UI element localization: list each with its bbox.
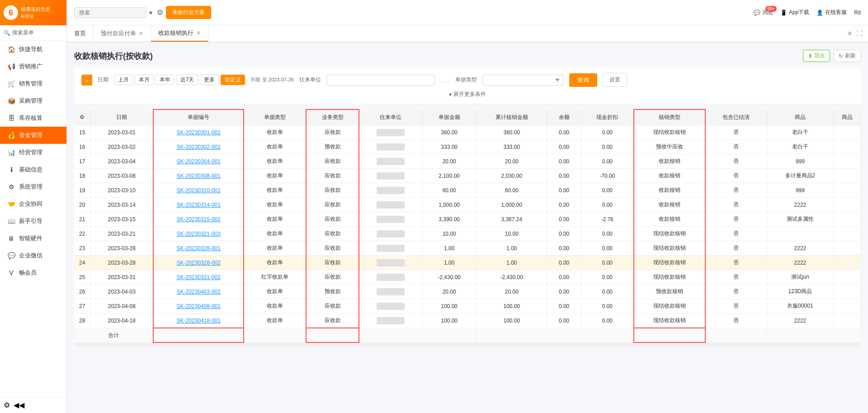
filter-this-month-btn[interactable]: 本月 xyxy=(135,75,154,85)
table-row[interactable]: 15 2023-03-01 SK-20230301-002 收款单 应收款 36… xyxy=(74,125,861,140)
sidebar-search[interactable]: 🔍 搜索菜单 xyxy=(0,25,66,41)
doc-no-link[interactable]: SK-20230321-003 xyxy=(177,231,221,237)
topbar-search-input[interactable] xyxy=(74,7,146,18)
doc-no-link[interactable]: SK-20230403-002 xyxy=(177,289,221,295)
doc-no-link[interactable]: SK-20230408-001 xyxy=(177,303,221,309)
table-row[interactable]: 19 2023-03-10 SK-20230310-001 收款单 应收款 60… xyxy=(74,183,861,198)
doc-no-link[interactable]: SK-20230302-002 xyxy=(177,144,221,150)
th-product[interactable]: 商品 xyxy=(767,109,833,125)
table-row[interactable]: 27 2023-04-08 SK-20230408-001 收款单 应收款 10… xyxy=(74,299,861,313)
filter-7days-btn[interactable]: 近7天 xyxy=(176,75,198,85)
sidebar-item-quick-nav[interactable]: 🏠 快捷导航 xyxy=(0,41,66,58)
tab-receipt-close-icon[interactable]: ✕ xyxy=(196,30,201,36)
filter-this-year-btn[interactable]: 本年 xyxy=(156,75,175,85)
td-doc-no[interactable]: SK-20230314-001 xyxy=(153,198,244,212)
sidebar-item-member[interactable]: V 畅会员 xyxy=(0,264,66,281)
td-doc-no[interactable]: SK-20230408-001 xyxy=(153,299,244,313)
sidebar-item-hardware[interactable]: 🖥 智能硬件 xyxy=(0,230,66,247)
query-button[interactable]: 查询 xyxy=(569,73,597,87)
td-doc-no[interactable]: SK-20230310-001 xyxy=(153,183,244,198)
tab-prepay-close-icon[interactable]: ✕ xyxy=(139,30,143,37)
sidebar-item-company[interactable]: 🤝 企业协同 xyxy=(0,195,66,213)
th-biz-type[interactable]: 业务类型 xyxy=(306,109,359,125)
sidebar-item-operations[interactable]: 📊 经营管理 xyxy=(0,144,66,161)
table-row[interactable]: 26 2023-04-03 SK-20230403-002 收款单 预收款 20… xyxy=(74,285,861,299)
td-doc-no[interactable]: SK-20230418-001 xyxy=(153,313,244,328)
tab-prepay-orders[interactable]: 预付款应付单 ✕ xyxy=(94,25,151,42)
tab-close-all-icon[interactable]: ✕ xyxy=(847,30,853,37)
td-doc-no[interactable]: SK-20230403-002 xyxy=(153,285,244,299)
th-doc-type[interactable]: 单据类型 xyxy=(244,109,306,125)
th-cancel-type[interactable]: 核销类型 xyxy=(634,109,705,125)
td-doc-no[interactable]: SK-20230304-001 xyxy=(153,154,244,169)
doc-no-link[interactable]: SK-20230331-002 xyxy=(177,274,221,280)
sidebar-item-capital[interactable]: 💰 资金管理 xyxy=(0,127,66,144)
td-doc-no[interactable]: SK-20230302-002 xyxy=(153,140,244,154)
collapse-icon[interactable]: ◀◀ xyxy=(14,401,24,409)
doc-no-link[interactable]: SK-20230301-002 xyxy=(177,129,221,136)
table-row[interactable]: 18 2023-03-08 SK-20230308-001 收款单 应收款 2,… xyxy=(74,169,861,183)
topbar-app-btn[interactable]: 📱 App下载 xyxy=(780,9,809,16)
table-row[interactable]: 17 2023-03-04 SK-20230304-001 收款单 应收款 20… xyxy=(74,154,861,169)
topbar-dropdown-icon[interactable]: ▾ xyxy=(149,9,152,16)
topbar-msg-btn[interactable]: 💬 消息 99+ xyxy=(754,9,773,16)
export-button[interactable]: ⬆ 导出 xyxy=(803,50,830,62)
td-doc-no[interactable]: SK-20230308-001 xyxy=(153,169,244,183)
filter-expand-row[interactable]: ▾ 展开更多条件 xyxy=(81,90,854,98)
td-doc-no[interactable]: SK-20230301-002 xyxy=(153,125,244,140)
filter-last-month-btn[interactable]: 上月 xyxy=(114,75,133,85)
td-doc-no[interactable]: SK-20230328-001 xyxy=(153,241,244,256)
scrollbar-row[interactable] xyxy=(74,342,861,346)
sidebar-item-inventory[interactable]: 🗄 库存核算 xyxy=(0,109,66,127)
th-product2[interactable]: 商品 xyxy=(834,109,861,125)
th-partner[interactable]: 往来单位 xyxy=(359,109,422,125)
refresh-button[interactable]: ↻ 刷新 xyxy=(834,50,861,62)
topbar-gear-icon[interactable]: ⚙ xyxy=(157,8,163,17)
doc-no-link[interactable]: SK-20230315-002 xyxy=(177,216,221,223)
industry-btn[interactable]: 体验行业方案 xyxy=(166,6,211,19)
settings-gear-icon[interactable]: ⚙ xyxy=(4,401,10,409)
sidebar-item-system[interactable]: ⚙ 系统管理 xyxy=(0,178,66,195)
filter-expand-button[interactable]: » xyxy=(81,75,92,85)
th-amount[interactable]: 单据金额 xyxy=(422,109,476,125)
td-doc-no[interactable]: SK-20230328-002 xyxy=(153,256,244,270)
filter-partner-input[interactable] xyxy=(326,75,435,85)
td-doc-no[interactable]: SK-20230331-002 xyxy=(153,270,244,285)
filter-custom-btn[interactable]: 自定义 xyxy=(221,75,245,85)
sidebar-item-sales[interactable]: 🛒 销售管理 xyxy=(0,75,66,92)
th-gear[interactable]: ⚙ xyxy=(74,109,90,125)
filter-doc-type-select[interactable] xyxy=(482,75,564,85)
td-doc-no[interactable]: SK-20230315-002 xyxy=(153,212,244,227)
th-include-settled[interactable]: 包含已结清 xyxy=(705,109,767,125)
doc-no-link[interactable]: SK-20230304-001 xyxy=(177,158,221,165)
th-cumulative[interactable]: 累计核销金额 xyxy=(476,109,547,125)
table-row[interactable]: 25 2023-03-31 SK-20230331-002 红字收款单 应收款 … xyxy=(74,270,861,285)
filter-more-btn[interactable]: 更多 xyxy=(200,75,219,85)
doc-no-link[interactable]: SK-20230328-001 xyxy=(177,245,221,252)
sidebar-item-guide[interactable]: 📖 新手引导 xyxy=(0,213,66,230)
th-cash-discount[interactable]: 现金折扣 xyxy=(581,109,634,125)
sidebar-item-purchase[interactable]: 📦 采购管理 xyxy=(0,92,66,109)
table-row[interactable]: 16 2023-03-02 SK-20230302-002 收款单 预收款 33… xyxy=(74,140,861,154)
th-doc-no[interactable]: 单据编号 xyxy=(153,109,244,125)
td-doc-no[interactable]: SK-20230321-003 xyxy=(153,227,244,241)
settings-button[interactable]: 设置 xyxy=(603,73,627,87)
tab-receipt-exec[interactable]: 收款核销执行 ✕ xyxy=(151,25,208,42)
table-row[interactable]: 28 2023-04-18 SK-20230418-001 收款单 应收款 10… xyxy=(74,313,861,328)
table-row[interactable]: 20 2023-03-14 SK-20230314-001 收款单 应收款 1,… xyxy=(74,198,861,212)
table-row[interactable]: 23 2023-03-28 SK-20230328-001 收款单 应收款 1.… xyxy=(74,241,861,256)
doc-no-link[interactable]: SK-20230314-001 xyxy=(177,202,221,208)
tab-expand-icon[interactable]: ⛶ xyxy=(856,30,863,37)
sidebar-item-basic[interactable]: ℹ 基础信息 xyxy=(0,161,66,178)
table-row[interactable]: 21 2023-03-15 SK-20230315-002 收款单 应收款 3,… xyxy=(74,212,861,227)
table-row[interactable]: 24 2023-03-28 SK-20230328-002 收款单 应收款 1.… xyxy=(74,256,861,270)
doc-no-link[interactable]: SK-20230328-002 xyxy=(177,260,221,266)
tab-home[interactable]: 首页 xyxy=(67,25,94,42)
doc-no-link[interactable]: SK-20230418-001 xyxy=(177,318,221,324)
doc-no-link[interactable]: SK-20230310-001 xyxy=(177,187,221,194)
sidebar-item-marketing[interactable]: 📢 营销推广 xyxy=(0,58,66,75)
sidebar-item-wechat[interactable]: 💬 企业微信 xyxy=(0,247,66,264)
table-row[interactable]: 22 2023-03-21 SK-20230321-003 收款单 应收款 10… xyxy=(74,227,861,241)
th-balance[interactable]: 余额 xyxy=(547,109,581,125)
doc-no-link[interactable]: SK-20230308-001 xyxy=(177,173,221,179)
